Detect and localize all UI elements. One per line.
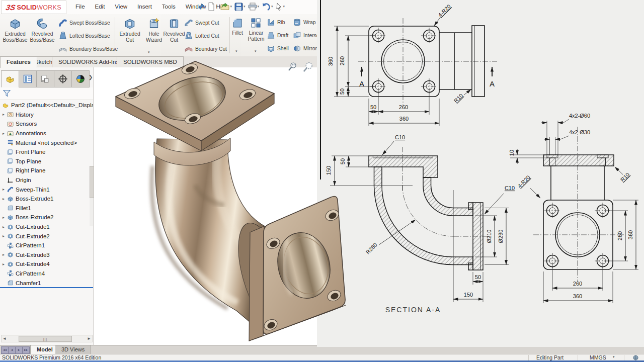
tree-item-boss-extrude2[interactable]: ▸ Boss-Extrude2 [0, 213, 93, 222]
displaymanager-tab[interactable] [71, 70, 90, 87]
tree-item-cut-extrude4[interactable]: ▸ Cut-Extrude4 [0, 259, 93, 269]
next-tab-button[interactable]: ▸ [15, 346, 23, 354]
menu-edit[interactable]: Edit [90, 0, 110, 14]
expand-arrow-icon[interactable]: ▸ [0, 131, 7, 136]
wrap-button[interactable]: Wrap [293, 18, 315, 27]
revolved-boss-icon [36, 17, 49, 30]
last-tab-button[interactable]: ▸▸ [22, 346, 30, 354]
pin-icon[interactable] [197, 3, 206, 11]
zoom-lens-icon[interactable] [302, 61, 314, 73]
tree-item-annotations[interactable]: ▸ A Annotations [0, 129, 93, 138]
units-dropdown-caret[interactable]: ▾ [613, 355, 615, 359]
tree-item-origin[interactable]: Origin [0, 175, 93, 185]
tab-solidworks-add-ins[interactable]: SOLIDWORKS Add-Ins [52, 56, 125, 67]
tree-item-history[interactable]: ▸ History [0, 110, 93, 120]
extruded-boss-button[interactable]: Extruded Boss/Base [1, 17, 29, 43]
lofted-boss-button[interactable]: Lofted Boss/Base [58, 31, 110, 40]
expand-arrow-icon[interactable]: ▸ [0, 187, 7, 192]
menu-view[interactable]: View [110, 0, 132, 14]
tree-item-boss-extrude1[interactable]: ▸ Boss-Extrude1 [0, 194, 93, 204]
cut-extrude-icon [7, 251, 14, 258]
expand-arrow-icon[interactable]: ▸ [0, 112, 7, 117]
print-button[interactable]: ▾ [247, 2, 261, 11]
lofted-boss-icon [58, 31, 67, 40]
boundary-boss-button[interactable]: Boundary Boss/Base [58, 44, 118, 53]
tree-item-right-plane[interactable]: Right Plane [0, 166, 93, 175]
new-document-button[interactable]: ▾ [206, 2, 219, 12]
status-tag-icon[interactable] [633, 355, 638, 360]
expand-arrow-icon[interactable]: ▸ [0, 225, 7, 229]
configurationmanager-tab[interactable] [36, 70, 54, 87]
linear-pattern-button[interactable]: Linear Pattern [246, 17, 267, 42]
scrollbar-thumb[interactable]: ||| [19, 336, 72, 342]
scrollbar-thumb[interactable] [90, 166, 94, 198]
tree-root-part[interactable]: Part2 (Default<<Default>_Displa [0, 101, 93, 110]
section-marker-a1: A [359, 79, 364, 88]
prev-tab-button[interactable]: ◂ [8, 346, 16, 354]
fillet-icon [231, 17, 244, 29]
linear-pattern-dropdown[interactable]: ▾ [255, 49, 257, 53]
tree-item-cirpattern1[interactable]: CirPattern1 [0, 241, 93, 250]
swept-cut-button[interactable]: Swept Cut [184, 18, 219, 27]
menu-insert[interactable]: Insert [132, 0, 157, 14]
tree-item-material[interactable]: Material <not specified> [0, 138, 93, 147]
featuremanager-tree-tab[interactable] [1, 70, 19, 87]
fillet-dropdown[interactable]: ▾ [235, 49, 237, 53]
quick-access-toolbar: ▾ ▾ ▾ ▾ ▾ ▾ [197, 2, 286, 12]
scroll-right-arrow[interactable]: ► [86, 336, 92, 341]
dimxpertmanager-tab[interactable] [54, 70, 72, 87]
hole-wizard-dropdown[interactable]: ▾ [148, 50, 150, 54]
tab-features[interactable]: Features [0, 56, 37, 68]
tree-item-cut-extrude3[interactable]: ▸ Cut-Extrude3 [0, 250, 93, 260]
undo-button[interactable]: ▾ [261, 2, 274, 11]
rollback-bar[interactable] [0, 287, 93, 288]
menu-file[interactable]: File [70, 0, 90, 14]
tree-item-sensors[interactable]: Sensors [0, 119, 93, 129]
tab-3d-views[interactable]: 3D Views [55, 345, 91, 354]
rib-button[interactable]: Rib [267, 18, 285, 27]
select-cursor-button[interactable]: ▾ [275, 2, 286, 12]
save-button[interactable]: ▾ [233, 2, 247, 12]
tree-item-cut-extrude2[interactable]: ▸ Cut-Extrude2 [0, 231, 93, 241]
panel-horizontal-scrollbar[interactable]: ◄ ||| ► [1, 335, 93, 342]
draft-button[interactable]: Draft [267, 31, 288, 40]
boss-extrude-icon [7, 214, 14, 221]
draft-icon [267, 31, 275, 40]
tree-item-front-plane[interactable]: Front Plane [0, 147, 93, 157]
filter-funnel-icon[interactable] [3, 89, 11, 97]
editing-mode-label: Editing Part [536, 354, 564, 360]
panel-expand-chevron[interactable]: ❯ [89, 74, 93, 80]
tree-item-cirpattern4[interactable]: CirPattern4 [0, 269, 93, 279]
tree-vertical-scrollbar[interactable] [90, 166, 93, 226]
annotations-folder-icon: A [7, 130, 14, 137]
expand-arrow-icon[interactable]: ▸ [0, 234, 7, 238]
tree-item-chamfer1[interactable]: Chamfer1 [0, 278, 93, 288]
expand-arrow-icon[interactable]: ▸ [0, 262, 7, 266]
lofted-cut-button[interactable]: Lofted Cut [184, 31, 219, 40]
expand-arrow-icon[interactable]: ▸ [0, 252, 7, 257]
magnify-icon[interactable] [287, 61, 298, 72]
menu-tools[interactable]: Tools [157, 0, 181, 14]
drawing-top-view: A A 360 260 50 50 260 360 4-R20 R10 [328, 3, 497, 126]
tree-item-cut-extrude1[interactable]: ▸ Cut-Extrude1 [0, 222, 93, 232]
boundary-cut-button[interactable]: Boundary Cut [184, 44, 227, 53]
open-document-button[interactable]: ▾ [219, 2, 233, 11]
first-tab-button[interactable]: ◂◂ [1, 346, 9, 354]
shell-button[interactable]: Shell [267, 44, 289, 53]
lofted-cut-icon [184, 31, 193, 40]
tree-item-sweep-thin1[interactable]: ▸ Sweep-Thin1 [0, 185, 93, 194]
tree-item-top-plane[interactable]: Top Plane [0, 157, 93, 166]
mirror-button[interactable]: Mirror [293, 44, 317, 53]
expand-arrow-icon[interactable]: ▸ [0, 215, 7, 220]
propertymanager-tab[interactable] [19, 70, 37, 87]
swept-boss-button[interactable]: Swept Boss/Base [58, 18, 110, 27]
fillet-button[interactable]: Fillet [227, 17, 248, 36]
scroll-left-arrow[interactable]: ◄ [2, 336, 8, 341]
tab-solidworks-mbd[interactable]: SOLIDWORKS MBD [117, 56, 184, 67]
revolved-boss-button[interactable]: Revolved Boss/Base [28, 17, 56, 43]
extruded-cut-icon [123, 17, 136, 30]
expand-arrow-icon[interactable]: ▸ [0, 197, 7, 201]
graphics-viewport[interactable] [94, 67, 317, 345]
tree-item-fillet1[interactable]: Fillet1 [0, 204, 93, 213]
units-selector[interactable]: MMGS [590, 354, 606, 360]
